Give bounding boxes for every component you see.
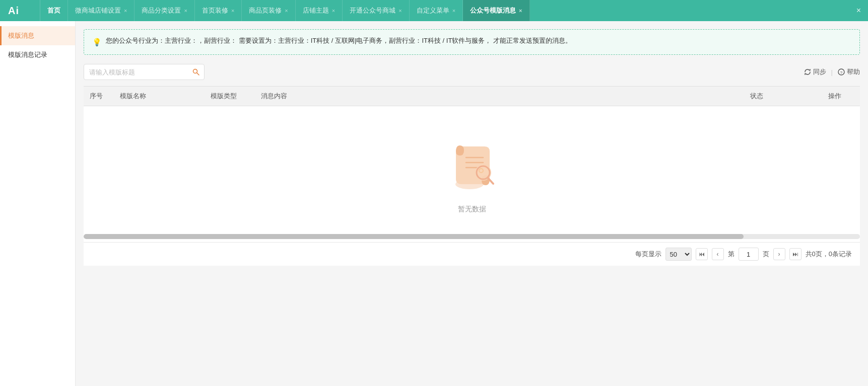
svg-text:?: ?: [840, 70, 843, 75]
table-header-name: 模版名称: [114, 87, 205, 106]
nav-tab-label: 首页装修: [202, 6, 228, 15]
nav-tab-template-msg[interactable]: 公众号模版消息×: [463, 0, 529, 21]
nav-tab-open-mall[interactable]: 开通公众号商城×: [343, 0, 409, 21]
scrollbar-thumb: [84, 234, 744, 239]
nav-tab-micro-shop[interactable]: 微商城店铺设置×: [68, 0, 135, 21]
table-header-type: 模版类型: [205, 87, 255, 106]
next-page-button[interactable]: ›: [773, 248, 785, 260]
nav-tab-home[interactable]: 首页: [40, 0, 68, 21]
table-wrapper: 序号模版名称模版类型消息内容状态操作: [84, 86, 860, 266]
tab-close-icon[interactable]: ×: [231, 8, 234, 14]
nav-tab-label: 商品分类设置: [142, 6, 181, 15]
sidebar: 模版消息模版消息记录: [0, 21, 76, 386]
search-button[interactable]: [187, 64, 205, 80]
nav-tab-label: 微商城店铺设置: [75, 6, 121, 15]
table-header-action: 操作: [810, 87, 860, 106]
nav-tab-shop-theme[interactable]: 店铺主题×: [296, 0, 343, 21]
last-page-button[interactable]: ⏭: [789, 248, 802, 260]
notice-box: 💡 您的公众号行业为：主营行业：，副营行业： 需要设置为：主营行业：IT科技 /…: [84, 29, 860, 55]
table-header-content: 消息内容: [255, 87, 744, 106]
sidebar-item-template-record[interactable]: 模版消息记录: [0, 45, 75, 64]
search-icon: [192, 68, 199, 75]
help-button[interactable]: ? 帮助: [838, 67, 860, 76]
tab-close-icon[interactable]: ×: [452, 8, 455, 14]
table-header-seq: 序号: [84, 87, 114, 106]
per-page-select[interactable]: 102050100: [665, 248, 692, 261]
help-label: 帮助: [847, 67, 860, 76]
search-input[interactable]: [84, 64, 205, 80]
toolbar-right: 同步 | ? 帮助: [804, 67, 860, 76]
logo: Ai: [0, 0, 40, 21]
search-bar: 同步 | ? 帮助: [84, 64, 860, 80]
help-icon: ?: [838, 68, 845, 75]
top-nav: Ai 首页微商城店铺设置×商品分类设置×首页装修×商品页装修×店铺主题×开通公众…: [0, 0, 868, 21]
notice-text: 您的公众号行业为：主营行业：，副营行业： 需要设置为：主营行业：IT科技 / 互…: [106, 36, 572, 46]
nav-tab-label: 公众号模版消息: [470, 6, 516, 15]
page-label-before: 第: [728, 250, 735, 259]
content-area: 💡 您的公众号行业为：主营行业：，副营行业： 需要设置为：主营行业：IT科技 /…: [76, 21, 868, 386]
notice-icon: 💡: [92, 36, 102, 48]
nav-tab-label: 首页: [47, 6, 60, 15]
search-input-wrap: [84, 64, 205, 80]
nav-tab-product-decor[interactable]: 商品页装修×: [242, 0, 295, 21]
tab-close-icon[interactable]: ×: [184, 8, 187, 14]
prev-page-button[interactable]: ‹: [712, 248, 724, 260]
nav-tab-label: 商品页装修: [249, 6, 282, 15]
nav-tab-label: 店铺主题: [303, 6, 329, 15]
page-input[interactable]: [739, 248, 759, 261]
nav-tab-label: 自定义菜单: [417, 6, 449, 15]
tab-close-icon[interactable]: ×: [124, 8, 127, 14]
nav-tab-home-decor[interactable]: 首页装修×: [195, 0, 242, 21]
scrollbar[interactable]: [84, 234, 860, 239]
pagination-bar: 每页显示 102050100 ⏮ ‹ 第 页 › ⏭ 共0页，0条记录: [84, 242, 860, 266]
empty-text: 暂无数据: [458, 205, 486, 214]
tab-close-icon[interactable]: ×: [519, 8, 522, 14]
sidebar-item-template-message[interactable]: 模版消息: [0, 26, 75, 45]
sync-label: 同步: [813, 67, 826, 76]
tab-close-icon[interactable]: ×: [332, 8, 335, 14]
empty-state: 暂无数据: [84, 106, 860, 234]
total-label: 共0页，0条记录: [806, 250, 852, 259]
nav-tab-label: 开通公众号商城: [350, 6, 395, 15]
nav-tab-custom-menu[interactable]: 自定义菜单×: [410, 0, 463, 21]
divider: |: [831, 68, 833, 76]
data-table: 序号模版名称模版类型消息内容状态操作: [84, 86, 860, 106]
per-page-label: 每页显示: [635, 250, 661, 259]
first-page-button[interactable]: ⏮: [696, 248, 708, 260]
sync-icon: [804, 68, 811, 75]
main-layout: 模版消息模版消息记录 💡 您的公众号行业为：主营行业：，副营行业： 需要设置为：…: [0, 21, 868, 386]
tab-close-icon[interactable]: ×: [398, 8, 402, 14]
notice-highlight: 需要设置为：主营行业：IT科技 / 互联网|电子商务，副营行业：IT科技 / I…: [239, 37, 492, 44]
sync-button[interactable]: 同步: [804, 67, 826, 76]
tab-close-icon[interactable]: ×: [285, 8, 288, 14]
table-header-status: 状态: [744, 87, 810, 106]
nav-tab-category[interactable]: 商品分类设置×: [135, 0, 194, 21]
page-label-after: 页: [763, 250, 769, 259]
empty-icon: [442, 136, 502, 197]
close-all-button[interactable]: ×: [849, 0, 868, 21]
svg-line-1: [197, 73, 199, 75]
